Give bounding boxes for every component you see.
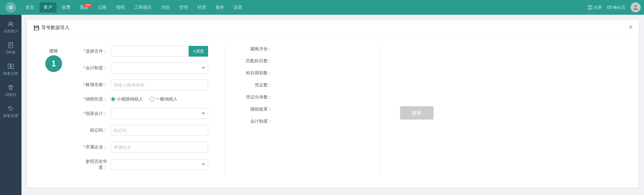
step-number: 1 bbox=[45, 55, 62, 72]
assign-accountant-row: *指派会计： bbox=[81, 108, 208, 119]
sidebar-label-tag-settings: 标签设置 bbox=[3, 113, 18, 118]
app-logo[interactable]: ✿ bbox=[3, 0, 18, 15]
main-content-area: 💾 导爷数据导入 ✕ 建账 1 *选择文件： bbox=[21, 15, 644, 195]
nav-right-area: 全屏 畅会员 bbox=[588, 2, 641, 12]
card-header: 💾 导爷数据导入 ✕ bbox=[27, 20, 639, 36]
svg-point-5 bbox=[634, 5, 637, 7]
ledger-name-label: *账簿名称： bbox=[81, 82, 107, 88]
file-input-group: +浏览 bbox=[111, 46, 208, 57]
right-accounting-system-label: 会计制度： bbox=[242, 118, 272, 124]
company-input[interactable] bbox=[111, 142, 208, 152]
voucher-count-label: 凭证数： bbox=[242, 82, 272, 88]
top-navigation: ✿ 首页 客户 收费 票据 new 记账 报税 工商项目 消息 管理 经营 服务… bbox=[0, 0, 644, 15]
subject-initial-row: 科目期初数： bbox=[242, 70, 363, 76]
new-badge: new bbox=[84, 3, 92, 7]
memo-code-label: 助记码： bbox=[81, 127, 107, 133]
sidebar-item-account-migrate[interactable]: 账套迁移 bbox=[0, 60, 21, 79]
sidebar-item-tag-settings[interactable]: 标签设置 bbox=[0, 102, 21, 122]
step-label: 建账 bbox=[49, 48, 58, 54]
import-card: 💾 导爷数据导入 ✕ 建账 1 *选择文件： bbox=[27, 20, 639, 188]
sidebar-item-all-clients[interactable]: 全部客户 bbox=[0, 17, 21, 37]
sidebar-label-recycle: 回收站 bbox=[5, 92, 16, 97]
form-divider bbox=[225, 46, 225, 177]
step-indicator: 建账 1 bbox=[40, 46, 67, 177]
left-sidebar: 全部客户 0申报 账套迁移 bbox=[0, 15, 21, 195]
nav-item-services[interactable]: 服务 bbox=[211, 2, 228, 12]
svg-point-6 bbox=[9, 22, 11, 24]
nav-item-home[interactable]: 首页 bbox=[21, 2, 38, 12]
nav-item-bookkeeping[interactable]: 记账 bbox=[94, 2, 111, 12]
assign-accountant-select[interactable] bbox=[111, 108, 208, 119]
company-label: *所属企业： bbox=[81, 144, 107, 150]
fullscreen-label: 全屏 bbox=[594, 5, 602, 10]
build-month-row: 建账月份： bbox=[242, 46, 363, 52]
company-row: *所属企业： bbox=[81, 142, 208, 152]
nav-item-messages[interactable]: 消息 bbox=[157, 2, 174, 12]
nav-item-clients[interactable]: 客户 bbox=[40, 2, 56, 12]
user-avatar[interactable] bbox=[631, 2, 641, 12]
ledger-name-input[interactable] bbox=[111, 79, 208, 90]
memo-code-row: 助记码： bbox=[81, 125, 208, 136]
radio-small-scale[interactable]: 小规模纳税人 bbox=[111, 96, 143, 102]
fullscreen-button[interactable]: 全屏 bbox=[588, 5, 602, 10]
close-button[interactable]: ✕ bbox=[628, 24, 633, 30]
tax-type-row: *纳税性质： 小规模纳税人 一般纳税人 bbox=[81, 96, 208, 102]
logo-icon: ✿ bbox=[5, 2, 16, 13]
svg-rect-4 bbox=[607, 6, 611, 9]
build-month-label: 建账月份： bbox=[242, 46, 272, 52]
match-subject-row: 匹配科目数： bbox=[242, 58, 363, 64]
nav-item-business-projects[interactable]: 工商项目 bbox=[130, 2, 156, 12]
card-title: 导爷数据导入 bbox=[41, 25, 69, 31]
sidebar-label-all-clients: 全部客户 bbox=[3, 29, 18, 34]
form-divider-2 bbox=[380, 46, 380, 177]
member-button[interactable]: 畅会员 bbox=[607, 5, 625, 10]
svg-rect-2 bbox=[588, 8, 590, 9]
svg-rect-3 bbox=[590, 8, 592, 9]
accounting-system-label: *会计制度： bbox=[81, 65, 107, 71]
left-form: *选择文件： +浏览 *会计制度： bbox=[81, 46, 208, 177]
match-subject-label: 匹配科目数： bbox=[242, 58, 272, 64]
sidebar-item-recycle[interactable]: 回收站 bbox=[0, 81, 21, 101]
svg-rect-1 bbox=[590, 5, 592, 7]
radio-small-scale-input[interactable] bbox=[111, 97, 115, 102]
nav-item-operations[interactable]: 经营 bbox=[193, 2, 210, 12]
ref-year-select[interactable] bbox=[111, 159, 208, 170]
sidebar-item-declaration[interactable]: 0申报 bbox=[0, 39, 21, 58]
form-area: 建账 1 *选择文件： +浏览 bbox=[27, 36, 639, 187]
file-select-row: *选择文件： +浏览 bbox=[81, 46, 208, 57]
radio-general[interactable]: 一般纳税人 bbox=[150, 96, 178, 102]
sidebar-label-declaration: 0申报 bbox=[6, 50, 15, 55]
svg-rect-12 bbox=[8, 64, 10, 69]
ref-year-row: 参照历史年度： bbox=[81, 158, 208, 171]
sidebar-label-account-migrate: 账套迁移 bbox=[3, 71, 18, 76]
accounting-system-select[interactable] bbox=[111, 63, 208, 73]
right-form: 建账月份： 匹配科目数： 科目期初数： 凭证数： bbox=[242, 46, 363, 177]
right-accounting-system-row: 会计制度： bbox=[242, 118, 363, 124]
tax-type-radio-group: 小规模纳税人 一般纳税人 bbox=[111, 96, 208, 102]
nav-item-invoices[interactable]: 票据 new bbox=[76, 2, 93, 12]
main-layout: 全部客户 0申报 账套迁移 bbox=[0, 15, 644, 195]
subject-initial-label: 科目期初数： bbox=[242, 70, 272, 76]
voucher-count-row: 凭证数： bbox=[242, 82, 363, 88]
nav-item-fees[interactable]: 收费 bbox=[58, 2, 75, 12]
memo-code-input[interactable] bbox=[111, 125, 208, 136]
nav-item-management[interactable]: 管理 bbox=[175, 2, 192, 12]
nav-item-settings[interactable]: 设置 bbox=[230, 2, 246, 12]
import-icon: 💾 bbox=[34, 25, 39, 30]
auxiliary-row: 辅助核算： bbox=[242, 106, 363, 112]
svg-rect-0 bbox=[588, 5, 590, 7]
voucher-records-row: 凭证分录数： bbox=[242, 94, 363, 100]
assign-accountant-label: *指派会计： bbox=[81, 111, 107, 117]
build-account-button[interactable]: 建账 bbox=[400, 106, 434, 120]
nav-item-tax[interactable]: 报税 bbox=[112, 2, 129, 12]
svg-point-16 bbox=[9, 107, 10, 108]
radio-general-input[interactable] bbox=[150, 97, 154, 102]
member-label: 畅会员 bbox=[613, 5, 625, 10]
auxiliary-label: 辅助核算： bbox=[242, 106, 272, 112]
browse-button[interactable]: +浏览 bbox=[189, 46, 208, 57]
svg-rect-13 bbox=[11, 64, 13, 69]
accounting-system-row: *会计制度： bbox=[81, 63, 208, 73]
tax-type-label: *纳税性质： bbox=[81, 96, 107, 102]
file-path-input[interactable] bbox=[111, 46, 187, 57]
ref-year-label: 参照历史年度： bbox=[81, 158, 107, 171]
